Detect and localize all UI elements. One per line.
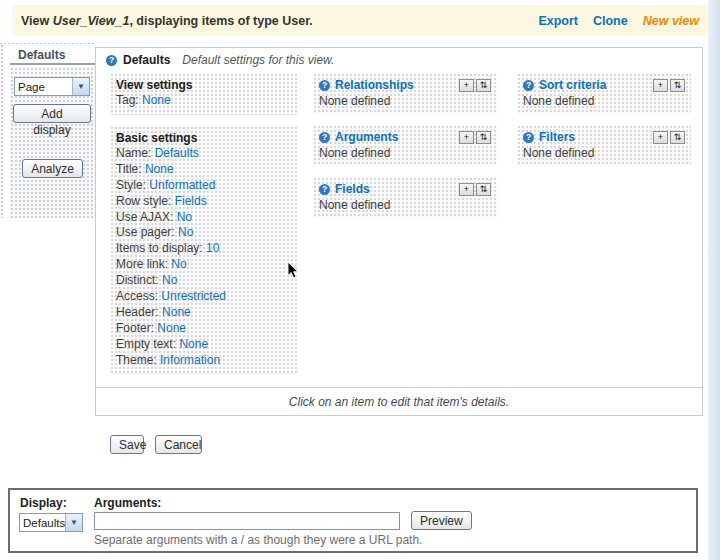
preview-display-select-value: Defaults [20, 517, 65, 529]
setting-row: Theme: Information [116, 353, 292, 369]
setting-value-link[interactable]: Fields [175, 194, 207, 208]
chevron-down-icon: ▼ [72, 78, 89, 95]
add-icon[interactable]: + [459, 131, 474, 144]
rearrange-icon[interactable]: ⇅ [476, 183, 491, 196]
setting-value-link[interactable]: No [171, 257, 186, 271]
preview-display-select[interactable]: Defaults ▼ [19, 513, 83, 532]
panel-header: ? Defaults Default settings for this vie… [96, 48, 702, 69]
panel-title: Defaults [123, 53, 170, 67]
basic-settings-box: Basic settings Name: Defaults Title: Non… [110, 126, 298, 375]
setting-row: Empty text: None [116, 337, 292, 353]
setting-row: Title: None [116, 162, 292, 178]
help-icon[interactable]: ? [523, 132, 534, 143]
tabs-topline [0, 43, 95, 44]
arguments-input[interactable] [94, 512, 400, 530]
setting-row: Tag: None [116, 93, 292, 109]
display-settings-panel: ? Defaults Default settings for this vie… [95, 47, 703, 416]
view-actions: Export Clone New view [538, 14, 699, 28]
add-icon[interactable]: + [459, 79, 474, 92]
setting-value-link[interactable]: None [145, 162, 174, 176]
fields-empty-text: None defined [319, 198, 491, 212]
fields-box: ? Fields + ⇅ None defined [313, 177, 497, 218]
display-label: Display: [20, 496, 67, 510]
tab-defaults[interactable]: Defaults [10, 46, 95, 65]
setting-row: Use pager: No [116, 225, 292, 241]
help-icon[interactable]: ? [319, 80, 330, 91]
rearrange-icon[interactable]: ⇅ [476, 131, 491, 144]
add-icon[interactable]: + [653, 79, 668, 92]
preview-panel: Display: Defaults ▼ Arguments: Preview S… [8, 488, 698, 553]
views-ui-screen: View User_View_1, displaying items of ty… [0, 0, 720, 560]
fields-title-link[interactable]: Fields [335, 182, 370, 196]
help-icon[interactable]: ? [523, 80, 534, 91]
sort-criteria-title-link[interactable]: Sort criteria [539, 78, 606, 92]
arguments-empty-text: None defined [319, 146, 491, 160]
preview-button[interactable]: Preview [411, 511, 472, 530]
display-type-select[interactable]: Page ▼ [14, 77, 90, 96]
sort-criteria-box: ? Sort criteria + ⇅ None defined [517, 73, 691, 114]
cancel-button[interactable]: Cancel [155, 435, 202, 454]
filters-empty-text: None defined [523, 146, 685, 160]
settings-column-1: View settings Tag: None Basic settings N… [110, 73, 298, 375]
setting-value-link[interactable]: None [157, 321, 186, 335]
setting-row: Style: Unformatted [116, 178, 292, 194]
add-display-button[interactable]: Add display [13, 104, 91, 123]
analyze-button[interactable]: Analyze [22, 159, 83, 178]
export-link[interactable]: Export [538, 14, 578, 28]
view-title: View User_View_1, displaying items of ty… [21, 14, 313, 28]
panel-subtitle: Default settings for this view. [182, 53, 334, 67]
arguments-label: Arguments: [94, 496, 161, 510]
clone-link[interactable]: Clone [593, 14, 628, 28]
setting-row: More link: No [116, 257, 292, 273]
filters-box: ? Filters + ⇅ None defined [517, 125, 691, 166]
relationships-title-link[interactable]: Relationships [335, 78, 414, 92]
setting-row: Items to display: 10 [116, 241, 292, 257]
setting-value-link[interactable]: Information [160, 353, 220, 367]
display-type-select-value: Page [15, 81, 72, 93]
setting-value-link[interactable]: Unformatted [149, 178, 215, 192]
rearrange-icon[interactable]: ⇅ [670, 79, 685, 92]
tabs-gutter [0, 44, 5, 218]
setting-row: Use AJAX: No [116, 210, 292, 226]
new-view-link[interactable]: New view [643, 14, 699, 28]
arguments-title-link[interactable]: Arguments [335, 130, 398, 144]
setting-value-link[interactable]: Unrestricted [161, 289, 226, 303]
setting-value-link[interactable]: No [162, 273, 177, 287]
chevron-down-icon: ▼ [65, 514, 82, 531]
setting-row: Header: None [116, 305, 292, 321]
settings-column-2: ? Relationships + ⇅ None defined ? Argum… [313, 73, 497, 218]
arguments-help-text: Separate arguments with a / as though th… [94, 533, 422, 547]
setting-row: Row style: Fields [116, 194, 292, 210]
relationships-box: ? Relationships + ⇅ None defined [313, 73, 497, 114]
save-button[interactable]: Save [110, 435, 144, 454]
settings-column-3: ? Sort criteria + ⇅ None defined ? Filte… [517, 73, 691, 166]
setting-value-link[interactable]: 10 [206, 241, 219, 255]
view-name: User_View_1 [53, 14, 130, 28]
panel-hint: Click on an item to edit that item's det… [96, 387, 702, 415]
filters-title-link[interactable]: Filters [539, 130, 575, 144]
view-settings-title: View settings [116, 78, 192, 92]
setting-value-link[interactable]: Defaults [155, 146, 199, 160]
arguments-box: ? Arguments + ⇅ None defined [313, 125, 497, 166]
add-icon[interactable]: + [653, 131, 668, 144]
help-icon[interactable]: ? [106, 55, 117, 66]
setting-value-link[interactable]: None [162, 305, 191, 319]
display-controls: Page ▼ Add display Analyze [10, 67, 95, 218]
rearrange-icon[interactable]: ⇅ [670, 131, 685, 144]
setting-value-link[interactable]: None [142, 93, 171, 107]
help-icon[interactable]: ? [319, 184, 330, 195]
rearrange-icon[interactable]: ⇅ [476, 79, 491, 92]
basic-settings-rows: Name: Defaults Title: None Style: Unform… [116, 146, 292, 369]
view-settings-box: View settings Tag: None [110, 73, 298, 115]
add-icon[interactable]: + [459, 183, 474, 196]
setting-value-link[interactable]: None [179, 337, 208, 351]
sort-criteria-empty-text: None defined [523, 94, 685, 108]
setting-row: Access: Unrestricted [116, 289, 292, 305]
setting-row: Distinct: No [116, 273, 292, 289]
help-icon[interactable]: ? [319, 132, 330, 143]
setting-row: Footer: None [116, 321, 292, 337]
relationships-empty-text: None defined [319, 94, 491, 108]
setting-value-link[interactable]: No [178, 225, 193, 239]
setting-value-link[interactable]: No [177, 210, 192, 224]
view-settings-rows: Tag: None [116, 93, 292, 109]
